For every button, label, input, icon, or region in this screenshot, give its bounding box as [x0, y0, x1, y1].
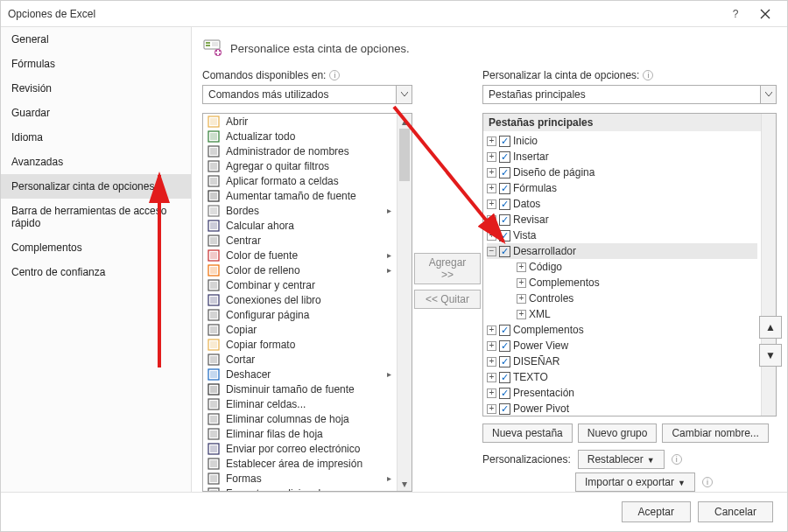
ok-button[interactable]: Aceptar	[622, 501, 691, 522]
scrollbar[interactable]	[761, 114, 776, 416]
sidebar-item[interactable]: Fórmulas	[1, 52, 191, 76]
tree-group-row[interactable]: +Código	[517, 259, 757, 275]
command-item[interactable]: Eliminar filas de hoja	[203, 426, 397, 441]
tree-tab-row[interactable]: +Presentación	[487, 385, 757, 401]
info-icon[interactable]: i	[643, 70, 653, 80]
command-item[interactable]: Agregar o quitar filtros	[203, 158, 397, 173]
tab-checkbox[interactable]	[499, 388, 510, 399]
sidebar-item[interactable]: Revisión	[1, 76, 191, 101]
ribbon-scope-combo[interactable]: Pestañas principales	[482, 85, 777, 104]
command-item[interactable]: Copiar formato	[203, 337, 397, 352]
tab-checkbox[interactable]	[499, 403, 510, 415]
command-item[interactable]: Disminuir tamaño de fuente	[203, 382, 397, 396]
tree-tab-row[interactable]: +Inicio	[487, 133, 757, 149]
tree-tab-row[interactable]: +Power View	[487, 338, 757, 354]
tab-checkbox[interactable]	[499, 167, 510, 178]
sidebar-item[interactable]: Guardar	[1, 101, 191, 125]
command-item[interactable]: Formato condicional▸	[203, 486, 397, 491]
expand-icon[interactable]: +	[487, 152, 496, 162]
expand-icon[interactable]: +	[517, 294, 526, 304]
expand-icon[interactable]: +	[487, 215, 496, 225]
cancel-button[interactable]: Cancelar	[698, 501, 773, 522]
info-icon[interactable]: i	[702, 477, 713, 487]
command-item[interactable]: Actualizar todo	[203, 129, 397, 144]
tree-tab-row[interactable]: +Datos	[487, 196, 757, 212]
rename-button[interactable]: Cambiar nombre...	[662, 424, 768, 443]
tab-checkbox[interactable]	[499, 199, 510, 210]
expand-icon[interactable]: +	[487, 388, 496, 398]
help-button[interactable]: ?	[721, 4, 750, 24]
command-item[interactable]: Bordes▸	[203, 203, 397, 218]
new-group-button[interactable]: Nuevo grupo	[578, 424, 658, 443]
commands-from-combo[interactable]: Comandos más utilizados	[202, 85, 412, 104]
available-commands-list[interactable]: AbrirActualizar todoAdministrador de nom…	[202, 113, 412, 492]
expand-icon[interactable]: +	[517, 262, 526, 272]
import-export-button[interactable]: Importar o exportar▼	[575, 472, 695, 492]
tree-tab-row[interactable]: +Revisar	[487, 212, 757, 228]
expand-icon[interactable]: +	[487, 168, 496, 178]
command-item[interactable]: Copiar	[203, 322, 397, 337]
sidebar-item[interactable]: Barra de herramientas de acceso rápido	[1, 199, 191, 235]
tree-tab-row[interactable]: +TEXTO	[487, 369, 757, 385]
info-icon[interactable]: i	[672, 454, 682, 465]
tree-tab-row[interactable]: −Desarrollador	[487, 243, 757, 259]
tab-checkbox[interactable]	[499, 183, 510, 194]
expand-icon[interactable]: +	[517, 310, 526, 319]
tree-tab-row[interactable]: +Insertar	[487, 149, 757, 164]
scrollbar[interactable]: ▴ ▾	[397, 114, 412, 491]
tree-tab-row[interactable]: +DISEÑAR	[487, 354, 757, 369]
reset-button[interactable]: Restablecer▼	[578, 450, 665, 469]
command-item[interactable]: Formas▸	[203, 471, 397, 486]
tab-checkbox[interactable]	[499, 151, 510, 163]
scroll-thumb[interactable]	[399, 129, 410, 181]
move-up-button[interactable]: ▲	[759, 316, 782, 339]
tree-tab-row[interactable]: +Vista	[487, 228, 757, 243]
scroll-up-icon[interactable]: ▴	[398, 114, 412, 129]
tab-checkbox[interactable]	[499, 246, 510, 257]
command-item[interactable]: Deshacer▸	[203, 367, 397, 382]
command-item[interactable]: Abrir	[203, 114, 397, 129]
expand-icon[interactable]: +	[487, 231, 496, 241]
sidebar-item[interactable]: General	[1, 27, 191, 52]
add-button[interactable]: Agregar >>	[414, 253, 481, 284]
sidebar-item[interactable]: Avanzadas	[1, 150, 191, 174]
command-item[interactable]: Calcular ahora	[203, 218, 397, 233]
tree-tab-row[interactable]: +Power Pivot	[487, 401, 757, 416]
command-item[interactable]: Cortar	[203, 352, 397, 367]
tab-checkbox[interactable]	[499, 372, 510, 383]
tree-tab-row[interactable]: +Complementos	[487, 322, 757, 338]
expand-icon[interactable]: +	[487, 326, 496, 335]
tab-checkbox[interactable]	[499, 325, 510, 336]
move-down-button[interactable]: ▼	[759, 344, 782, 367]
expand-icon[interactable]: +	[487, 404, 496, 414]
tree-tab-row[interactable]: +Diseño de página	[487, 164, 757, 180]
command-item[interactable]: Aplicar formato a celdas	[203, 173, 397, 188]
command-item[interactable]: Configurar página	[203, 307, 397, 322]
remove-button[interactable]: << Quitar	[414, 290, 481, 309]
info-icon[interactable]: i	[329, 70, 340, 80]
command-item[interactable]: Conexiones del libro	[203, 292, 397, 307]
tree-group-row[interactable]: +Controles	[517, 290, 757, 306]
command-item[interactable]: Color de relleno▸	[203, 262, 397, 277]
sidebar-item[interactable]: Centro de confianza	[1, 260, 191, 284]
tab-checkbox[interactable]	[499, 340, 510, 352]
sidebar-item[interactable]: Complementos	[1, 235, 191, 260]
tab-checkbox[interactable]	[499, 230, 510, 242]
command-item[interactable]: Aumentar tamaño de fuente	[203, 188, 397, 203]
sidebar-item[interactable]: Personalizar cinta de opciones	[1, 174, 191, 199]
tab-checkbox[interactable]	[499, 136, 510, 147]
tree-group-row[interactable]: +Complementos	[517, 275, 757, 290]
new-tab-button[interactable]: Nueva pestaña	[482, 424, 573, 443]
expand-icon[interactable]: +	[487, 357, 496, 367]
tree-group-row[interactable]: +XML	[517, 306, 757, 322]
close-button[interactable]	[750, 4, 780, 24]
expand-icon[interactable]: +	[487, 184, 496, 193]
expand-icon[interactable]: +	[487, 200, 496, 209]
command-item[interactable]: Centrar	[203, 233, 397, 248]
ribbon-tree[interactable]: Pestañas principales +Inicio+Insertar+Di…	[482, 113, 777, 416]
tab-checkbox[interactable]	[499, 356, 510, 368]
expand-icon[interactable]: +	[517, 278, 526, 288]
command-item[interactable]: Eliminar celdas...	[203, 396, 397, 411]
tree-tab-row[interactable]: +Fórmulas	[487, 180, 757, 196]
expand-icon[interactable]: +	[487, 341, 496, 351]
